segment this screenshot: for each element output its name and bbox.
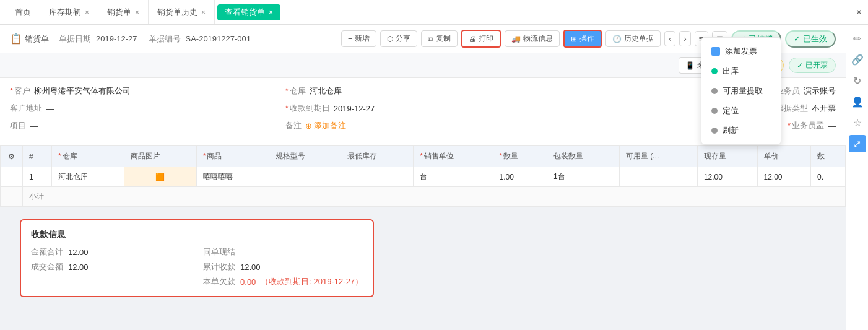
- cell-unit: 台: [414, 167, 493, 187]
- dropdown-refresh[interactable]: 刷新: [701, 121, 781, 141]
- payment-section-wrapper: 收款信息 金额合计 12.00 同单现结 — 成交金额 12.00: [0, 207, 846, 310]
- tab-view-sales-order[interactable]: 查看销货单 ×: [217, 4, 280, 20]
- payment-settle-label: 同单现结: [203, 246, 235, 258]
- table-row: 1 河北仓库 🟧 嘻嘻嘻嘻 台 1.00 1台 12.00 12.00 0.: [1, 167, 846, 187]
- tab-close-inventory-init[interactable]: ×: [85, 8, 89, 17]
- payment-received-value: 12.00: [240, 263, 261, 272]
- payment-owed-suffix: （收款到期日: 2019-12-27）: [261, 276, 363, 287]
- address-label: 客户地址: [10, 103, 42, 114]
- warehouse-label: 仓库: [285, 85, 306, 97]
- invoiced-button[interactable]: ✓ 已开票: [789, 58, 836, 73]
- payment-total-row: 金额合计 12.00: [31, 246, 191, 258]
- product-table: ⚙ # *仓库 商品图片 *商品 规格型号 最低库存 *销售单位 *数量 包装数…: [0, 145, 846, 207]
- payment-owed-label: 本单欠款: [203, 276, 235, 287]
- warehouse-field: 仓库 河北仓库: [285, 85, 561, 97]
- customer-label: 客户: [10, 85, 30, 97]
- sidebar-refresh-icon[interactable]: ↻: [849, 72, 866, 89]
- add-invoice-icon: [711, 47, 720, 56]
- refresh-icon: [711, 128, 718, 134]
- doc-type: 📋 销货单: [10, 33, 49, 45]
- sidebar-star-icon[interactable]: ☆: [849, 114, 866, 131]
- cell-stock: 12.00: [697, 167, 757, 187]
- due-date-field: 收款到期日 2019-12-27: [285, 103, 561, 114]
- subtotal-gear: [1, 187, 23, 207]
- customer-field: 客户 柳州粤港平安气体有限公司: [10, 85, 285, 97]
- staff-field: 业务员 演示账号: [560, 85, 836, 97]
- tab-inventory-init[interactable]: 库存期初 ×: [40, 0, 98, 24]
- th-stock: 现存量: [697, 146, 757, 167]
- cell-min-stock: [341, 167, 414, 187]
- subtotal-label: 小计: [23, 187, 846, 207]
- add-note-button[interactable]: ⊕ 添加备注: [305, 120, 346, 131]
- project-field: 项目 —: [10, 120, 285, 131]
- project-value: —: [30, 121, 38, 131]
- payment-deal-value: 12.00: [68, 263, 89, 272]
- phone-icon: 📱: [685, 61, 695, 70]
- payment-total-label: 金额合计: [31, 246, 63, 258]
- payment-owed-row: 本单欠款 0.00 （收款到期日: 2019-12-27）: [203, 276, 363, 287]
- logistics-icon: 🚚: [511, 35, 521, 43]
- due-date-label: 收款到期日: [285, 103, 330, 114]
- sales-staff-value: —: [828, 121, 836, 131]
- available-qty-icon: [711, 88, 718, 94]
- sidebar-expand-icon[interactable]: ⤢: [849, 135, 866, 152]
- note-field: 备注 ⊕ 添加备注: [285, 120, 561, 131]
- sidebar-link-icon[interactable]: 🔗: [849, 51, 866, 68]
- th-pack-qty: 包装数量: [547, 146, 620, 167]
- tab-sales-order[interactable]: 销货单 ×: [98, 0, 149, 24]
- customer-value: 柳州粤港平安气体有限公司: [34, 85, 131, 97]
- window-close-icon[interactable]: ×: [856, 7, 862, 18]
- logistics-button[interactable]: 🚚 物流信息: [505, 30, 560, 47]
- cell-warehouse: 河北仓库: [51, 167, 124, 187]
- outbound-icon: [711, 68, 718, 74]
- tab-close-sales-history[interactable]: ×: [201, 8, 206, 17]
- cell-pack-qty: 1台: [547, 167, 620, 187]
- th-gear[interactable]: ⚙: [1, 146, 23, 167]
- plus-icon: +: [348, 35, 352, 43]
- ticket-field: 票据类型 不开票: [560, 103, 836, 114]
- dropdown-locate[interactable]: 定位: [701, 101, 781, 121]
- tab-home[interactable]: 首页: [6, 0, 40, 24]
- th-spec: 规格型号: [269, 146, 341, 167]
- subtotal-row: 小计: [1, 187, 846, 207]
- sidebar-user-icon[interactable]: 👤: [849, 93, 866, 110]
- operation-dropdown: 添加发票 出库 可用量提取 定位 刷新: [701, 37, 781, 145]
- warehouse-value: 河北仓库: [310, 85, 342, 97]
- doc-meta: 单据日期 2019-12-27 单据编号 SA-20191227-001: [59, 33, 251, 45]
- payment-section: 收款信息 金额合计 12.00 同单现结 — 成交金额 12.00: [20, 219, 374, 297]
- dropdown-add-invoice[interactable]: 添加发票: [701, 41, 781, 61]
- share-icon: ⬡: [387, 35, 393, 43]
- cell-product: 嘻嘻嘻嘻: [196, 167, 269, 187]
- print-button[interactable]: 🖨 打印: [461, 30, 501, 48]
- operation-button[interactable]: ⊞ 操作: [563, 30, 602, 48]
- payment-owed-value: 0.00: [240, 277, 256, 287]
- sidebar-edit-icon[interactable]: ✏: [849, 30, 866, 47]
- dropdown-available-qty[interactable]: 可用量提取: [701, 81, 781, 101]
- nav-next-button[interactable]: ›: [679, 31, 690, 46]
- payment-received-row: 累计收款 12.00: [203, 261, 363, 272]
- locate-icon: [711, 108, 718, 114]
- tab-close-view-sales[interactable]: ×: [269, 8, 273, 17]
- th-amount: 数: [810, 146, 845, 167]
- share-button[interactable]: ⬡ 分享: [380, 30, 417, 47]
- add-button[interactable]: + 新增: [341, 30, 376, 47]
- th-qty: *数量: [493, 146, 547, 167]
- th-product: *商品: [196, 146, 269, 167]
- history-button[interactable]: 🕐 历史单据: [605, 30, 661, 47]
- copy-icon: ⧉: [428, 35, 433, 43]
- tab-close-sales-order[interactable]: ×: [135, 8, 139, 17]
- payment-title: 收款信息: [31, 229, 363, 240]
- due-date-value: 2019-12-27: [334, 104, 375, 113]
- payment-settle-value: —: [240, 248, 248, 257]
- tab-sales-history[interactable]: 销货单历史 ×: [149, 0, 215, 24]
- sales-staff-label: 业务员孟: [788, 120, 824, 131]
- th-available: 可用量 (...: [619, 146, 697, 167]
- cell-gear: [1, 167, 23, 187]
- copy-button[interactable]: ⧉ 复制: [421, 30, 458, 47]
- dropdown-outbound[interactable]: 出库: [701, 61, 781, 81]
- doc-type-icon: 📋: [10, 33, 22, 45]
- nav-prev-button[interactable]: ‹: [664, 31, 675, 46]
- address-value: —: [46, 104, 54, 113]
- th-num: #: [23, 146, 52, 167]
- cell-num: 1: [23, 167, 52, 187]
